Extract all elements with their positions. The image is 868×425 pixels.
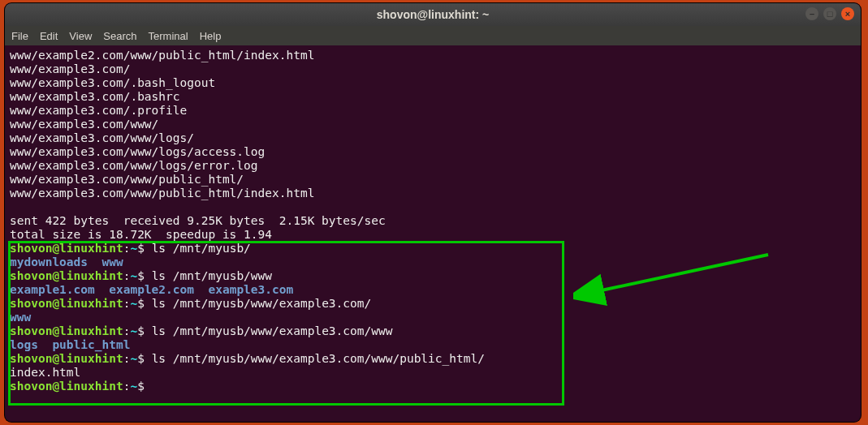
dir-entry: www bbox=[10, 311, 31, 324]
file-entry: index.html bbox=[10, 366, 80, 379]
menu-help[interactable]: Help bbox=[200, 30, 222, 42]
prompt-path: ~ bbox=[130, 380, 137, 393]
menu-terminal[interactable]: Terminal bbox=[149, 30, 188, 42]
output-line: www/example3.com/www/logs/access.log bbox=[10, 145, 265, 158]
command-text: ls /mnt/myusb/www/example3.com/www/publi… bbox=[152, 352, 485, 365]
prompt-path: ~ bbox=[130, 269, 137, 282]
prompt-user: shovon@linuxhint bbox=[10, 352, 123, 365]
command-text: ls /mnt/myusb/www/example3.com/www bbox=[152, 324, 393, 337]
close-icon: × bbox=[845, 9, 850, 19]
maximize-button[interactable]: □ bbox=[823, 7, 836, 20]
command-text: ls /mnt/myusb/ bbox=[152, 242, 251, 255]
title-bar[interactable]: shovon@linuxhint: ~ – □ × bbox=[5, 3, 861, 26]
output-line: www/example3.com/www/public_html/ bbox=[10, 173, 244, 186]
output-line: www/example2.com/www/public_html/index.h… bbox=[10, 49, 314, 62]
menu-search[interactable]: Search bbox=[103, 30, 136, 42]
window-title: shovon@linuxhint: ~ bbox=[377, 8, 489, 21]
output-line: www/example3.com/.profile bbox=[10, 104, 187, 117]
output-line: www/example3.com/www/ bbox=[10, 118, 158, 131]
prompt-user: shovon@linuxhint bbox=[10, 380, 123, 393]
prompt-path: ~ bbox=[130, 352, 137, 365]
terminal-output[interactable]: www/example2.com/www/public_html/index.h… bbox=[5, 45, 861, 397]
output-line: www/example3.com/www/logs/ bbox=[10, 131, 194, 144]
output-line: www/example3.com/www/public_html/index.h… bbox=[10, 187, 314, 200]
menu-edit[interactable]: Edit bbox=[40, 30, 58, 42]
output-line: total size is 18.72K speedup is 1.94 bbox=[10, 228, 272, 241]
dir-entry: mydownloads bbox=[10, 255, 88, 268]
dir-entry: example3.com bbox=[208, 283, 293, 296]
terminal-window: shovon@linuxhint: ~ – □ × File Edit View… bbox=[5, 3, 861, 422]
prompt-path: ~ bbox=[130, 297, 137, 310]
prompt-dollar: $ bbox=[137, 242, 151, 255]
prompt-dollar: $ bbox=[137, 297, 151, 310]
prompt-path: ~ bbox=[130, 324, 137, 337]
prompt-dollar: $ bbox=[137, 324, 151, 337]
dir-entry: www bbox=[102, 255, 123, 268]
minimize-icon: – bbox=[810, 9, 814, 19]
command-text: ls /mnt/myusb/www/example3.com/ bbox=[152, 297, 372, 310]
dir-entry: logs bbox=[10, 338, 38, 351]
window-controls: – □ × bbox=[805, 7, 854, 20]
output-line: www/example3.com/www/logs/error.log bbox=[10, 159, 258, 172]
prompt-user: shovon@linuxhint bbox=[10, 269, 123, 282]
maximize-icon: □ bbox=[827, 9, 833, 19]
dir-entry: example2.com bbox=[109, 283, 194, 296]
prompt-user: shovon@linuxhint bbox=[10, 297, 123, 310]
prompt-user: shovon@linuxhint bbox=[10, 242, 123, 255]
menu-view[interactable]: View bbox=[69, 30, 92, 42]
prompt-dollar: $ bbox=[137, 352, 151, 365]
close-button[interactable]: × bbox=[841, 7, 854, 20]
dir-entry: example1.com bbox=[10, 283, 95, 296]
output-line: www/example3.com/.bashrc bbox=[10, 90, 180, 103]
prompt-path: ~ bbox=[130, 242, 137, 255]
output-line: www/example3.com/.bash_logout bbox=[10, 76, 215, 89]
dir-entry: public_html bbox=[52, 338, 130, 351]
menu-bar: File Edit View Search Terminal Help bbox=[5, 26, 861, 45]
prompt-dollar: $ bbox=[137, 380, 151, 393]
prompt-dollar: $ bbox=[137, 269, 151, 282]
output-line: www/example3.com/ bbox=[10, 62, 130, 75]
prompt-user: shovon@linuxhint bbox=[10, 324, 123, 337]
menu-file[interactable]: File bbox=[11, 30, 28, 42]
command-text: ls /mnt/myusb/www bbox=[152, 269, 272, 282]
minimize-button[interactable]: – bbox=[805, 7, 818, 20]
output-line: sent 422 bytes received 9.25K bytes 2.15… bbox=[10, 214, 386, 227]
